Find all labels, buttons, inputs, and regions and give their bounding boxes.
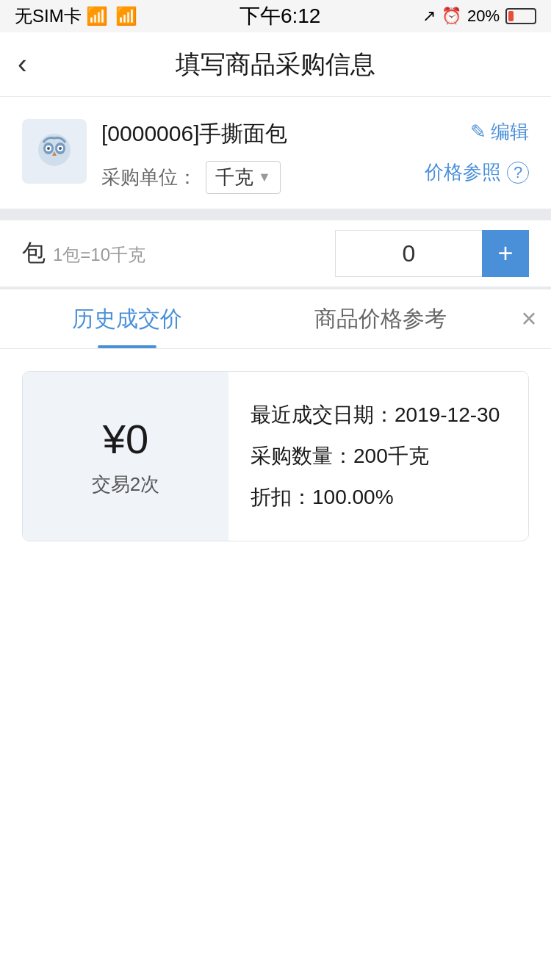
status-left: 无SIM卡 📶 📶 <box>15 4 137 28</box>
quantity-control: 0 + <box>335 230 529 277</box>
tab2-label: 商品价格参考 <box>314 304 447 334</box>
edit-label: 编辑 <box>491 119 529 145</box>
status-bar: 无SIM卡 📶 📶 下午6:12 ↗ ⏰ 20% <box>0 0 551 32</box>
close-icon: × <box>521 303 536 334</box>
tab-active-indicator <box>98 345 156 348</box>
product-actions: ✎ 编辑 价格参照 ? <box>425 119 529 185</box>
back-button[interactable]: ‹ <box>18 48 27 80</box>
product-unit-row: 采购单位： 千克 ▼ <box>101 161 287 194</box>
unit-select[interactable]: 千克 ▼ <box>206 161 281 194</box>
tabs-container: 历史成交价 商品价格参考 × <box>0 289 551 349</box>
product-name: [0000006]手撕面包 <box>101 119 287 149</box>
history-card: ¥0 交易2次 最近成交日期：2019-12-30 采购数量：200千克 折扣：… <box>22 371 529 541</box>
unit-conversion: 1包=10千克 <box>53 243 145 267</box>
wifi-icon: 📶 <box>115 6 137 26</box>
tab1-label: 历史成交价 <box>72 304 182 334</box>
battery-percent: 20% <box>467 7 500 26</box>
history-summary: ¥0 交易2次 <box>23 372 228 541</box>
recent-date: 最近成交日期：2019-12-30 <box>251 401 506 429</box>
unit-char: 包 <box>22 237 46 270</box>
svg-point-5 <box>47 147 50 150</box>
quantity-input[interactable]: 0 <box>335 230 482 277</box>
product-left: [0000006]手撕面包 采购单位： 千克 ▼ <box>22 119 287 194</box>
plus-icon: + <box>497 238 513 269</box>
section-divider-1 <box>0 209 551 220</box>
close-tabs-button[interactable]: × <box>507 289 551 348</box>
page-header: ‹ 填写商品采购信息 <box>0 32 551 97</box>
price-reference-button[interactable]: 价格参照 ? <box>425 159 529 185</box>
location-icon: ↗ <box>422 7 436 26</box>
status-right: ↗ ⏰ 20% <box>422 7 536 26</box>
unit-value: 千克 <box>215 165 253 190</box>
chevron-down-icon: ▼ <box>258 170 271 185</box>
quantity-row: 包 1包=10千克 0 + <box>0 220 551 287</box>
tab-product-price-ref[interactable]: 商品价格参考 <box>253 289 507 348</box>
owl-logo-icon <box>32 129 76 173</box>
edit-button[interactable]: ✎ 编辑 <box>470 119 529 145</box>
history-content: ¥0 交易2次 最近成交日期：2019-12-30 采购数量：200千克 折扣：… <box>0 349 551 563</box>
purchase-quantity: 采购数量：200千克 <box>251 442 506 470</box>
tabs-row: 历史成交价 商品价格参考 × <box>0 289 551 348</box>
page-title: 填写商品采购信息 <box>176 48 375 82</box>
quantity-label: 包 1包=10千克 <box>22 237 145 270</box>
product-header: [0000006]手撕面包 采购单位： 千克 ▼ ✎ 编辑 价格参照 ? <box>22 119 529 194</box>
price-ref-label: 价格参照 <box>425 159 501 185</box>
product-section: [0000006]手撕面包 采购单位： 千克 ▼ ✎ 编辑 价格参照 ? <box>0 97 551 209</box>
product-thumbnail <box>22 119 87 184</box>
discount: 折扣：100.00% <box>251 483 506 511</box>
alarm-icon: ⏰ <box>442 7 461 26</box>
unit-label: 采购单位： <box>101 165 197 190</box>
history-transactions: 交易2次 <box>92 472 159 497</box>
battery-icon <box>505 8 536 24</box>
help-icon: ? <box>507 162 529 184</box>
increase-button[interactable]: + <box>482 230 529 277</box>
status-time: 下午6:12 <box>240 2 321 30</box>
quantity-value: 0 <box>403 240 416 267</box>
history-price: ¥0 <box>103 415 148 463</box>
edit-icon: ✎ <box>470 120 486 143</box>
product-info: [0000006]手撕面包 采购单位： 千克 ▼ <box>101 119 287 194</box>
empty-content-area <box>0 563 551 980</box>
tab-history-price[interactable]: 历史成交价 <box>0 289 253 348</box>
svg-point-6 <box>59 147 62 150</box>
history-details: 最近成交日期：2019-12-30 采购数量：200千克 折扣：100.00% <box>228 372 528 541</box>
carrier-text: 无SIM卡 📶 <box>15 4 108 28</box>
